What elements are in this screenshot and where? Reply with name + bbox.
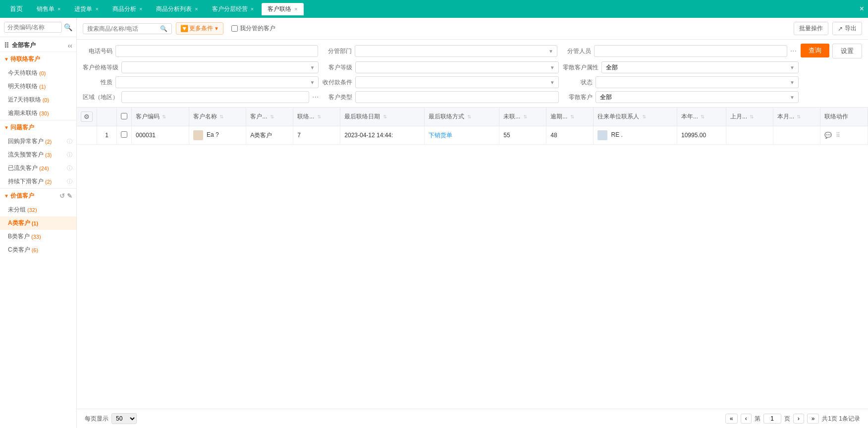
qr-icon[interactable]: ⠿ (836, 132, 840, 139)
sidebar-item-churn-warning[interactable]: 流失预警客户 (3) ⓘ (0, 148, 76, 161)
last-page-button[interactable]: » (807, 414, 819, 424)
page-input[interactable] (763, 414, 781, 424)
nature-select[interactable] (115, 76, 319, 88)
row-no: 1 (97, 126, 117, 145)
sidebar-item-repurchase-abnormal[interactable]: 回购异常客户 (2) ⓘ (0, 135, 76, 148)
refresh-icon[interactable]: ↺ (59, 192, 65, 200)
region-dots-button[interactable]: ··· (312, 93, 319, 102)
sidebar-item-class-b[interactable]: B类客户 (33) (0, 230, 76, 243)
nav-tab-customer-contact[interactable]: 客户联络 × (262, 3, 303, 15)
phone-input[interactable] (115, 45, 318, 57)
sidebar-item-overdue[interactable]: 逾期未联络 (30) (0, 107, 76, 120)
search-icon[interactable]: 🔍 (160, 25, 167, 32)
retail-customer-select[interactable]: 全部 (596, 91, 799, 103)
nav-tab-product-analysis[interactable]: 商品分析 × (107, 3, 148, 15)
nav-home[interactable]: 首页 (4, 2, 29, 15)
sidebar-item-tomorrow[interactable]: 明天待联络 (1) (0, 80, 76, 93)
row-gear (77, 126, 97, 145)
search-button[interactable]: 查询 (801, 44, 829, 57)
price-grade-select[interactable] (121, 61, 319, 73)
nav-tab-sales[interactable]: 销售单 × (31, 3, 66, 15)
sort-icon[interactable]: ⇅ (570, 114, 574, 119)
all-customers-label: 全部客户 (12, 41, 36, 50)
col-no (97, 107, 117, 126)
sort-icon[interactable]: ⇅ (523, 114, 527, 119)
sidebar-item-ungrouped[interactable]: 未分组 (32) (0, 203, 76, 216)
nav-tab-product-list[interactable]: 商品分析列表 × (150, 3, 204, 15)
close-icon[interactable]: × (195, 6, 198, 12)
col-customer-name: 客户名称 ⇅ (189, 107, 246, 126)
my-customers-checkbox[interactable]: 我分管的客户 (231, 24, 275, 33)
sort-icon[interactable]: ⇅ (162, 114, 166, 119)
close-icon[interactable]: × (294, 6, 297, 12)
sort-icon[interactable]: ⇅ (701, 114, 705, 119)
chat-icon[interactable]: 💬 (824, 132, 832, 139)
dept-select[interactable] (355, 45, 557, 57)
close-icon[interactable]: × (139, 6, 142, 12)
next-page-button[interactable]: › (793, 414, 804, 424)
info-icon[interactable]: ⓘ (67, 151, 72, 159)
sidebar-item-class-a[interactable]: A类客户 (1) (0, 216, 76, 230)
sort-icon[interactable]: ⇅ (642, 114, 646, 119)
filter-nature: 性质 ▼ (83, 76, 319, 88)
customer-type-input[interactable] (355, 91, 558, 103)
info-icon[interactable]: ⓘ (67, 178, 72, 185)
first-page-button[interactable]: « (725, 414, 738, 424)
per-page-select[interactable]: 50 100 200 (111, 413, 137, 424)
sidebar-item-class-c[interactable]: C类客户 (6) (0, 243, 76, 257)
sidebar-group-value[interactable]: ▼ 价值客户 ↺ ✎ (0, 188, 76, 203)
batch-op-button[interactable]: 批量操作 (794, 22, 828, 35)
nav-tab-purchase[interactable]: 进货单 × (68, 3, 104, 15)
sort-icon[interactable]: ⇅ (219, 114, 223, 119)
sidebar-search-icon[interactable]: 🔍 (64, 23, 72, 31)
select-all-checkbox[interactable] (121, 113, 127, 119)
nav-tab-customer-segment[interactable]: 客户分层经营 × (206, 3, 260, 15)
pagination-right: « ‹ 第 页 › » 共1页 1条记录 (725, 414, 860, 424)
sort-icon[interactable]: ⇅ (750, 114, 754, 119)
sidebar-item-7days[interactable]: 近7天待联络 (0) (0, 93, 76, 107)
sort-icon[interactable]: ⇅ (797, 114, 801, 119)
row-checkbox[interactable] (121, 131, 127, 138)
sort-icon[interactable]: ⇅ (317, 114, 321, 119)
sort-icon[interactable]: ⇅ (270, 114, 274, 119)
value-group-actions: ↺ ✎ (59, 192, 72, 200)
prev-page-button[interactable]: ‹ (741, 414, 752, 424)
sidebar-search-input[interactable] (4, 22, 62, 33)
my-customers-checkbox-input[interactable] (231, 25, 238, 32)
adv-filter: 电话号码 分管部门 ▼ 分管人员 ··· 查询 设置 (77, 40, 868, 107)
filter-row-3: 性质 ▼ 收付款条件 ▼ 状态 (83, 76, 862, 88)
manager-dots-button[interactable]: ··· (790, 47, 797, 55)
status-select[interactable] (596, 76, 799, 88)
close-icon[interactable]: × (251, 6, 254, 12)
sidebar: 🔍 ⠿ 全部客户 ‹‹ ▼ 待联络客户 今天待联络 (0) 明天待联络 (1) … (0, 18, 77, 428)
more-filters-button[interactable]: 🔽 更多条件 ▼ (176, 22, 223, 35)
payment-select[interactable] (355, 76, 558, 88)
sidebar-group-pending[interactable]: ▼ 待联络客户 (0, 52, 76, 66)
retail-attr-select[interactable]: 全部 (601, 61, 799, 73)
search-input[interactable] (87, 25, 158, 32)
export-button[interactable]: ↗ 导出 (832, 22, 862, 35)
sidebar-collapse-button[interactable]: ‹‹ (68, 42, 72, 50)
sort-icon[interactable]: ⇅ (383, 114, 387, 119)
row-uncontacted: 55 (499, 126, 546, 145)
setting-button[interactable]: 设置 (832, 44, 862, 58)
edit-icon[interactable]: ✎ (67, 192, 72, 200)
sidebar-item-today[interactable]: 今天待联络 (0) (0, 66, 76, 80)
last-contact-way-link[interactable]: 下销货单 (429, 132, 452, 139)
info-icon[interactable]: ⓘ (67, 138, 72, 145)
sidebar-item-declining[interactable]: 持续下滑客户 (2) ⓘ (0, 175, 76, 188)
close-all-button[interactable]: × (860, 4, 864, 13)
close-icon[interactable]: × (95, 6, 98, 12)
region-input[interactable] (121, 91, 309, 103)
filter-customer-type: 客户类型 (323, 91, 558, 103)
manager-input[interactable] (594, 45, 787, 57)
row-check (117, 126, 132, 145)
filter-icon: 🔽 (180, 25, 188, 32)
sidebar-item-churned[interactable]: 已流失客户 (24) ⓘ (0, 161, 76, 175)
sort-icon[interactable]: ⇅ (467, 114, 471, 119)
customer-grade-select[interactable] (355, 61, 558, 73)
close-icon[interactable]: × (57, 6, 60, 12)
info-icon[interactable]: ⓘ (67, 164, 72, 172)
column-settings-button[interactable]: ⚙ (81, 111, 93, 122)
sidebar-group-problem[interactable]: ▼ 问题客户 (0, 120, 76, 135)
